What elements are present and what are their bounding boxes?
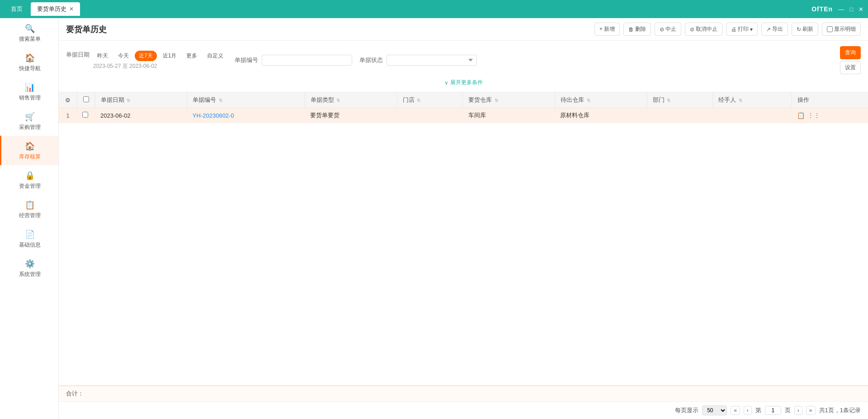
col-handler[interactable]: 经手人 ⇅ [713, 92, 792, 108]
per-page-select[interactable]: 20 50 100 [702, 405, 727, 415]
tab-home[interactable]: 首页 [5, 2, 29, 16]
sys-mgmt-icon: ⚙️ [25, 259, 35, 269]
sidebar-item-search-menu-label: 搜索菜单 [19, 35, 41, 43]
window-minimize[interactable]: — [838, 6, 844, 13]
row-actions: 📋 ⋮⋮ [792, 108, 868, 123]
table-row: 1 2023-06-02 YH-20230602-0 要货单要货 车间库 原材料… [59, 108, 868, 123]
page-input[interactable] [765, 406, 781, 415]
doc-no-label: 单据编号 [235, 56, 258, 64]
tab-requisition-history[interactable]: 要货单历史 ✕ [31, 2, 80, 16]
sidebar-item-ops[interactable]: 📋 经营管理 [0, 195, 58, 224]
tab-close-icon[interactable]: ✕ [69, 6, 74, 12]
sidebar-item-inventory[interactable]: 🏠 库存核算 [0, 136, 58, 165]
first-page-btn[interactable]: « [731, 406, 740, 415]
col-pending-warehouse[interactable]: 待出仓库 ⇅ [555, 92, 647, 108]
col-doc-no[interactable]: 单据编号 ⇅ [187, 92, 305, 108]
finance-icon: 🔒 [25, 171, 35, 181]
sidebar-item-sales[interactable]: 📊 销售管理 [0, 77, 58, 106]
col-req-warehouse[interactable]: 要货仓库 ⇅ [463, 92, 555, 108]
sidebar-item-purchase[interactable]: 🛒 采购管理 [0, 106, 58, 136]
date-btn-yesterday[interactable]: 昨天 [93, 51, 112, 61]
next-page-btn[interactable]: › [794, 406, 802, 415]
cancel-stop-button[interactable]: ⊘ 取消中止 [685, 23, 722, 36]
window-close[interactable]: ✕ [859, 6, 863, 13]
window-maximize[interactable]: □ [849, 6, 853, 13]
row-checkbox[interactable] [82, 112, 88, 118]
table-container: ⚙ 单据日期 ⇅ 单据编号 ⇅ [59, 92, 868, 386]
date-btn-custom[interactable]: 自定义 [203, 51, 227, 61]
filter-row-1: 单据日期 昨天 今天 近7天 近1月 更多 自定义 2023-05-27 至 2… [66, 46, 861, 74]
refresh-button[interactable]: ↻ 刷新 [792, 23, 818, 36]
brand-text: OfTEn [811, 5, 833, 13]
row-checkbox-cell[interactable] [77, 108, 95, 123]
doc-no-link[interactable]: YH-20230602-0 [193, 112, 234, 119]
delete-button[interactable]: 🗑 删除 [623, 23, 651, 36]
row-doc-date: 2023-06-02 [95, 108, 187, 123]
inventory-icon: 🏠 [25, 141, 35, 151]
sidebar-item-basic-info[interactable]: 📄 基础信息 [0, 224, 58, 253]
print-dropdown-icon: ▾ [750, 26, 753, 33]
purchase-icon: 🛒 [25, 112, 35, 122]
settings-filter-button[interactable]: 设置 [840, 61, 861, 74]
top-bar: 首页 要货单历史 ✕ OfTEn — □ ✕ [0, 0, 868, 18]
page-header: 要货单历史 + 新增 🗑 删除 ⊘ 中止 ⊘ 取消中止 🖨 打印 ▾ ↗ 导出 [59, 18, 868, 41]
row-doc-no[interactable]: YH-20230602-0 [187, 108, 305, 123]
action-icons-group: 📋 ⋮⋮ [797, 112, 863, 119]
sort-req-wh-icon: ⇅ [495, 98, 498, 103]
row-store [397, 108, 462, 123]
select-all-checkbox[interactable] [83, 96, 89, 102]
sidebar-item-sys-mgmt-label: 系统管理 [19, 271, 41, 278]
col-store[interactable]: 门店 ⇅ [397, 92, 462, 108]
export-button[interactable]: ↗ 导出 [761, 23, 788, 36]
page-title: 要货单历史 [66, 24, 591, 35]
stop-button[interactable]: ⊘ 中止 [655, 23, 681, 36]
date-btn-today[interactable]: 今天 [114, 51, 133, 61]
sidebar-item-quick-nav[interactable]: 🏠 快捷导航 [0, 48, 58, 77]
new-button[interactable]: + 新增 [594, 23, 620, 36]
sort-pending-wh-icon: ⇅ [587, 98, 590, 103]
print-button[interactable]: 🖨 打印 ▾ [726, 23, 758, 36]
page-label: 第 [755, 406, 761, 414]
doc-no-input[interactable] [262, 55, 352, 66]
row-num: 1 [59, 108, 77, 123]
sales-icon: 📊 [25, 82, 35, 92]
display-detail-checkbox-group[interactable]: 显示明细 [822, 23, 861, 36]
sort-doc-date-icon: ⇅ [127, 98, 130, 103]
page-suffix: 页 [785, 406, 791, 414]
date-btn-last-month[interactable]: 近1月 [159, 51, 181, 61]
basic-info-icon: 📄 [25, 229, 35, 239]
col-dept[interactable]: 部门 ⇅ [647, 92, 712, 108]
doc-no-filter-group: 单据编号 [235, 55, 352, 66]
tab-requisition-history-label: 要货单历史 [37, 5, 66, 13]
status-select[interactable] [387, 55, 477, 66]
print-icon: 🖨 [731, 26, 736, 33]
pagination-bar: 每页显示 20 50 100 « ‹ 第 页 › » 共1页，1条记录 [59, 401, 868, 419]
delete-icon: 🗑 [628, 26, 634, 33]
footer-total: 合计： [59, 386, 868, 401]
display-detail-checkbox[interactable] [827, 26, 833, 32]
pagination-summary: 共1页，1条记录 [819, 406, 861, 414]
query-button[interactable]: 查询 [840, 46, 861, 59]
date-filter-btns: 昨天 今天 近7天 近1月 更多 自定义 [93, 51, 227, 61]
col-checkbox[interactable] [77, 92, 95, 108]
sidebar-item-purchase-label: 采购管理 [19, 124, 41, 131]
prev-page-btn[interactable]: ‹ [744, 406, 752, 415]
top-bar-right: OfTEn — □ ✕ [811, 5, 863, 13]
col-doc-date[interactable]: 单据日期 ⇅ [95, 92, 187, 108]
col-doc-type[interactable]: 单据类型 ⇅ [305, 92, 397, 108]
sidebar-item-finance[interactable]: 🔒 资金管理 [0, 165, 58, 195]
date-btn-more[interactable]: 更多 [182, 51, 201, 61]
more-icon[interactable]: ⋮⋮ [807, 112, 820, 119]
col-settings[interactable]: ⚙ [59, 92, 77, 108]
query-btn-group: 查询 设置 [840, 46, 861, 74]
col-action: 操作 [792, 92, 868, 108]
date-btn-last7[interactable]: 近7天 [135, 51, 157, 61]
sort-store-icon: ⇅ [417, 98, 420, 103]
edit-icon[interactable]: 📋 [797, 112, 805, 119]
sidebar-item-search-menu[interactable]: 🔍 搜索菜单 [0, 18, 58, 48]
sidebar-item-sys-mgmt[interactable]: ⚙️ 系统管理 [0, 253, 58, 283]
expand-more-btn[interactable]: ∨ 展开更多条件 [66, 77, 861, 88]
status-label: 单据状态 [359, 56, 383, 64]
last-page-btn[interactable]: » [806, 406, 816, 415]
quick-nav-icon: 🏠 [25, 53, 35, 63]
